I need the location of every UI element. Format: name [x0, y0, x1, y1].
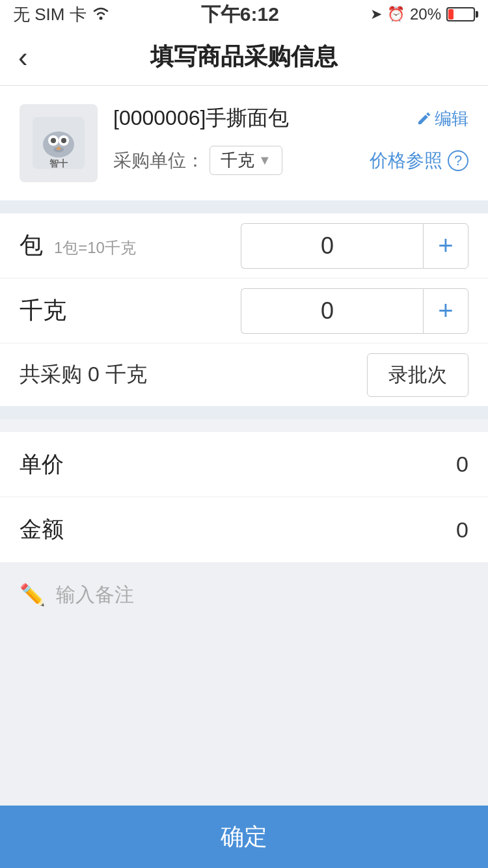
status-left: 无 SIM 卡 — [13, 3, 110, 26]
input-section: 包 1包=10千克 + 千克 + — [0, 213, 488, 344]
purchase-unit-row: 采购单位： 千克 ▼ 价格参照 ? — [113, 146, 468, 175]
edit-icon — [416, 111, 432, 126]
pencil-icon: ✏️ — [20, 582, 46, 607]
product-name-row: [0000006]手撕面包 编辑 — [113, 104, 468, 133]
svg-point-6 — [61, 138, 66, 143]
price-label: 单价 — [20, 450, 64, 480]
bao-input-right: + — [241, 223, 468, 269]
nav-bar: ‹ 填写商品采购信息 — [0, 29, 488, 86]
sim-status: 无 SIM 卡 — [13, 3, 87, 26]
svg-point-0 — [99, 16, 102, 20]
svg-point-5 — [51, 138, 56, 143]
svg-point-2 — [43, 131, 74, 157]
price-ref-button[interactable]: 价格参照 ? — [370, 148, 468, 173]
bao-plus-button[interactable]: + — [423, 223, 468, 269]
product-card: 智十 [0000006]手撕面包 编辑 采购单位： 千克 — [0, 86, 488, 200]
alarm-icon: ⏰ — [387, 6, 405, 23]
help-icon: ? — [448, 150, 468, 171]
edit-button[interactable]: 编辑 — [416, 107, 468, 130]
kilogram-label-group: 千克 — [20, 295, 66, 327]
product-image: 智十 — [20, 104, 98, 182]
wifi-icon — [92, 5, 110, 25]
info-section: 单价 0 金额 0 — [0, 432, 488, 562]
product-info: [0000006]手撕面包 编辑 采购单位： 千克 ▼ 价格 — [113, 104, 468, 175]
section-divider-1 — [0, 200, 488, 213]
price-row: 单价 0 — [0, 432, 488, 497]
page-title: 填写商品采购信息 — [150, 41, 338, 73]
amount-label: 金额 — [20, 515, 64, 545]
product-name: [0000006]手撕面包 — [113, 104, 289, 133]
amount-row: 金额 0 — [0, 497, 488, 562]
confirm-button[interactable]: 确定 — [0, 806, 488, 868]
chevron-down-icon: ▼ — [258, 153, 271, 168]
amount-value: 0 — [456, 517, 468, 543]
purchase-unit-label: 采购单位： — [113, 148, 204, 173]
owl-logo: 智十 — [33, 117, 85, 169]
battery-percent: 20% — [410, 5, 441, 23]
total-row: 共采购 0 千克 录批次 — [0, 344, 488, 406]
location-icon: ➤ — [370, 6, 382, 23]
bao-label-group: 包 1包=10千克 — [20, 230, 136, 262]
kilogram-quantity-input[interactable] — [241, 288, 423, 334]
note-section[interactable]: ✏️ 输入备注 — [0, 562, 488, 627]
bao-quantity-input[interactable] — [241, 223, 423, 269]
status-right: ➤ ⏰ 20% — [370, 5, 475, 23]
battery-icon — [446, 7, 475, 21]
status-bar: 无 SIM 卡 下午6:12 ➤ ⏰ 20% — [0, 0, 488, 29]
back-button[interactable]: ‹ — [18, 43, 28, 72]
status-time: 下午6:12 — [201, 1, 279, 28]
svg-text:智十: 智十 — [49, 158, 68, 169]
kilogram-input-row: 千克 + — [0, 278, 488, 344]
unit-select[interactable]: 千克 ▼ — [210, 146, 282, 175]
kilogram-plus-button[interactable]: + — [423, 288, 468, 334]
bao-input-row: 包 1包=10千克 + — [0, 213, 488, 278]
price-value: 0 — [456, 452, 468, 477]
total-label: 共采购 0 千克 — [20, 360, 147, 389]
note-placeholder: 输入备注 — [56, 582, 134, 608]
section-divider-2 — [0, 406, 488, 419]
record-batch-button[interactable]: 录批次 — [367, 353, 468, 397]
kilogram-input-right: + — [241, 288, 468, 334]
